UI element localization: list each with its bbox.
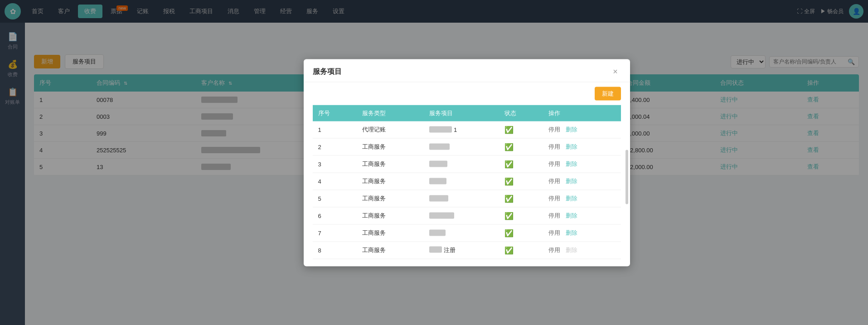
modal-cell-item: 1 xyxy=(424,121,499,138)
stop-button[interactable]: 停用 xyxy=(548,195,560,202)
stop-button[interactable]: 停用 xyxy=(548,143,560,150)
modal-cell-seq: 2 xyxy=(313,138,357,155)
modal-cell-status: ✅ xyxy=(499,138,543,155)
modal-cell-status: ✅ xyxy=(499,121,543,138)
modal-table-row: 2 工商服务 ✅ 停用 删除 xyxy=(313,138,621,155)
modal-cell-action: 停用 删除 xyxy=(543,242,621,259)
modal-col-type: 服务类型 xyxy=(357,105,424,121)
modal-cell-action: 停用 删除 xyxy=(543,190,621,207)
delete-button[interactable]: 删除 xyxy=(566,178,577,184)
modal-cell-seq: 4 xyxy=(313,173,357,190)
modal-cell-item xyxy=(424,190,499,207)
modal-cell-action: 停用 删除 xyxy=(543,121,621,138)
modal-cell-status: ✅ xyxy=(499,242,543,259)
delete-button[interactable]: 删除 xyxy=(566,247,577,253)
modal-cell-item xyxy=(424,138,499,155)
modal-table-row: 7 工商服务 ✅ 停用 删除 xyxy=(313,224,621,242)
modal-col-action: 操作 xyxy=(543,105,621,121)
modal-table-row: 5 工商服务 ✅ 停用 删除 xyxy=(313,190,621,207)
modal-close-button[interactable]: × xyxy=(610,66,621,77)
modal-table-row: 8 工商服务 注册 ✅ 停用 删除 xyxy=(313,242,621,259)
modal-cell-status: ✅ xyxy=(499,224,543,242)
modal-col-item: 服务项目 xyxy=(424,105,499,121)
modal-cell-type: 工商服务 xyxy=(357,190,424,207)
modal-cell-seq: 7 xyxy=(313,224,357,242)
modal-cell-type: 工商服务 xyxy=(357,242,424,259)
modal-cell-item xyxy=(424,224,499,242)
modal-cell-seq: 1 xyxy=(313,121,357,138)
modal-cell-seq: 5 xyxy=(313,190,357,207)
service-items-modal: 服务项目 × 新建 序号 服务类型 服务项目 状态 操作 1 代理记账 1 xyxy=(304,59,630,266)
modal-cell-type: 代理记账 xyxy=(357,121,424,138)
modal-cell-type: 工商服务 xyxy=(357,155,424,173)
modal-cell-type: 工商服务 xyxy=(357,207,424,224)
modal-cell-status: ✅ xyxy=(499,155,543,173)
modal-col-seq: 序号 xyxy=(313,105,357,121)
modal-table-row: 4 工商服务 ✅ 停用 删除 xyxy=(313,173,621,190)
modal-table-row: 6 工商服务 ✅ 停用 删除 xyxy=(313,207,621,224)
modal-header: 服务项目 × xyxy=(304,59,630,82)
modal-scrollbar[interactable] xyxy=(626,150,628,204)
modal-cell-item xyxy=(424,155,499,173)
modal-title: 服务项目 xyxy=(313,67,342,77)
modal-table-row: 3 工商服务 ✅ 停用 删除 xyxy=(313,155,621,173)
modal-cell-item xyxy=(424,207,499,224)
delete-button[interactable]: 删除 xyxy=(566,160,577,167)
modal-col-status: 状态 xyxy=(499,105,543,121)
modal-cell-type: 工商服务 xyxy=(357,138,424,155)
modal-cell-status: ✅ xyxy=(499,207,543,224)
delete-button[interactable]: 删除 xyxy=(566,212,577,219)
stop-button[interactable]: 停用 xyxy=(548,126,560,133)
modal-cell-action: 停用 删除 xyxy=(543,207,621,224)
delete-button[interactable]: 删除 xyxy=(566,195,577,202)
modal-table-row: 1 代理记账 1 ✅ 停用 删除 xyxy=(313,121,621,138)
modal-cell-seq: 6 xyxy=(313,207,357,224)
modal-toolbar: 新建 xyxy=(304,82,630,105)
delete-button[interactable]: 删除 xyxy=(566,229,577,236)
modal-cell-type: 工商服务 xyxy=(357,173,424,190)
modal-cell-action: 停用 删除 xyxy=(543,155,621,173)
service-items-table: 序号 服务类型 服务项目 状态 操作 1 代理记账 1 ✅ 停用 删除 xyxy=(313,105,621,259)
modal-cell-action: 停用 删除 xyxy=(543,173,621,190)
delete-button[interactable]: 删除 xyxy=(566,126,577,133)
modal-cell-action: 停用 删除 xyxy=(543,138,621,155)
modal-cell-status: ✅ xyxy=(499,190,543,207)
stop-button[interactable]: 停用 xyxy=(548,160,560,167)
modal-cell-item: 注册 xyxy=(424,242,499,259)
delete-button[interactable]: 删除 xyxy=(566,143,577,150)
modal-cell-status: ✅ xyxy=(499,173,543,190)
modal-cell-seq: 8 xyxy=(313,242,357,259)
modal-cell-seq: 3 xyxy=(313,155,357,173)
stop-button[interactable]: 停用 xyxy=(548,229,560,236)
stop-button[interactable]: 停用 xyxy=(548,247,560,253)
modal-cell-action: 停用 删除 xyxy=(543,224,621,242)
stop-button[interactable]: 停用 xyxy=(548,178,560,184)
modal-table-wrapper: 序号 服务类型 服务项目 状态 操作 1 代理记账 1 ✅ 停用 删除 xyxy=(304,105,630,266)
stop-button[interactable]: 停用 xyxy=(548,212,560,219)
modal-new-button[interactable]: 新建 xyxy=(595,87,621,100)
modal-cell-type: 工商服务 xyxy=(357,224,424,242)
modal-cell-item xyxy=(424,173,499,190)
